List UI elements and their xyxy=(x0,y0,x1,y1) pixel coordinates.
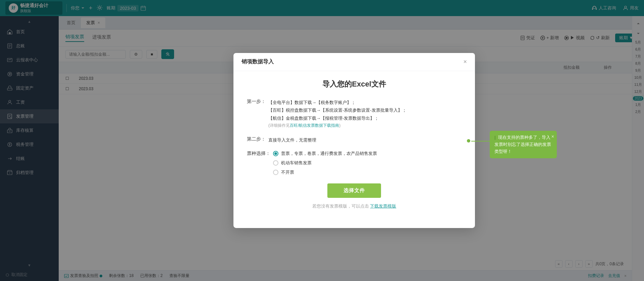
download-template-link[interactable]: 下载发票模版 xyxy=(370,204,396,209)
step1-row: 第一步： 【全电平台】数据下载→【税务数字账户】； 【百旺】税控盘数据下载→【系… xyxy=(247,99,462,129)
ticket-option-motor[interactable]: 机动车销售发票 xyxy=(273,160,377,166)
modal-close-btn[interactable]: × xyxy=(463,58,467,65)
radio-dot-normal xyxy=(274,152,277,155)
tooltip-close-btn[interactable]: × xyxy=(551,133,554,140)
step1-link[interactable]: 百旺/航信发票数据下载指南 xyxy=(290,123,339,128)
ticket-option-normal[interactable]: 普票，专票，卷票，通行费发票，农产品销售发票 xyxy=(273,151,377,157)
radio-normal[interactable] xyxy=(273,151,278,156)
ticket-select-label: 票种选择： xyxy=(247,151,270,157)
radio-motor[interactable] xyxy=(273,160,278,166)
step1-note: (详细操作见百旺/航信发票数据下载指南) xyxy=(268,122,407,129)
tooltip-bubble: × 现在支持的票种多了，导入发票时别忘了选择正确的发票类型呀！ xyxy=(490,131,557,158)
ticket-options: 普票，专票，卷票，通行费发票，农产品销售发票 机动车销售发票 不开票 xyxy=(273,151,377,175)
step1-line3: 【航信】金税盘数据下载→【报税管理-发票数据导出】； xyxy=(268,114,407,122)
modal-body: 导入您的Excel文件 第一步： 【全电平台】数据下载→【税务数字账户】； 【百… xyxy=(233,71,475,217)
ticket-normal-label: 普票，专票，卷票，通行费发票，农产品销售发票 xyxy=(281,151,377,157)
step2-row: 第二步： 直接导入文件，无需整理 xyxy=(247,136,462,144)
modal-header: 销项数据导入 × xyxy=(233,53,475,71)
tooltip-text: 现在支持的票种多了，导入发票时别忘了选择正确的发票类型呀！ xyxy=(494,135,551,154)
step2-label: 第二步： xyxy=(247,136,266,142)
tooltip-connector-line xyxy=(471,141,491,142)
radio-none[interactable] xyxy=(273,170,278,175)
ticket-motor-label: 机动车销售发票 xyxy=(281,160,312,166)
step2-content: 直接导入文件，无需整理 xyxy=(268,136,316,144)
modal-footer-note: 若您没有发票模版，可以点击 下载发票模版 xyxy=(247,203,462,209)
modal-main-title: 导入您的Excel文件 xyxy=(247,79,462,89)
step1-content: 【全电平台】数据下载→【税务数字账户】； 【百旺】税控盘数据下载→【系统设置-系… xyxy=(268,99,407,129)
select-file-btn[interactable]: 选择文件 xyxy=(327,183,381,198)
import-modal: 销项数据导入 × 导入您的Excel文件 第一步： 【全电平台】数据下载→【税务… xyxy=(233,53,475,228)
ticket-none-label: 不开票 xyxy=(281,169,294,175)
modal-title: 销项数据导入 xyxy=(241,58,274,65)
step1-label: 第一步： xyxy=(247,99,266,105)
ticket-select-row: 票种选择： 普票，专票，卷票，通行费发票，农产品销售发票 机动车销售发票 不开票 xyxy=(247,151,462,175)
step1-line1: 【全电平台】数据下载→【税务数字账户】； xyxy=(268,99,407,106)
footer-note-text: 若您没有发票模版，可以点击 xyxy=(312,204,369,209)
ticket-option-none[interactable]: 不开票 xyxy=(273,169,377,175)
step1-line2: 【百旺】税控盘数据下载→【系统设置-系统参数设置-发票批量导入】； xyxy=(268,106,407,114)
tooltip-anchor-dot xyxy=(467,139,470,143)
